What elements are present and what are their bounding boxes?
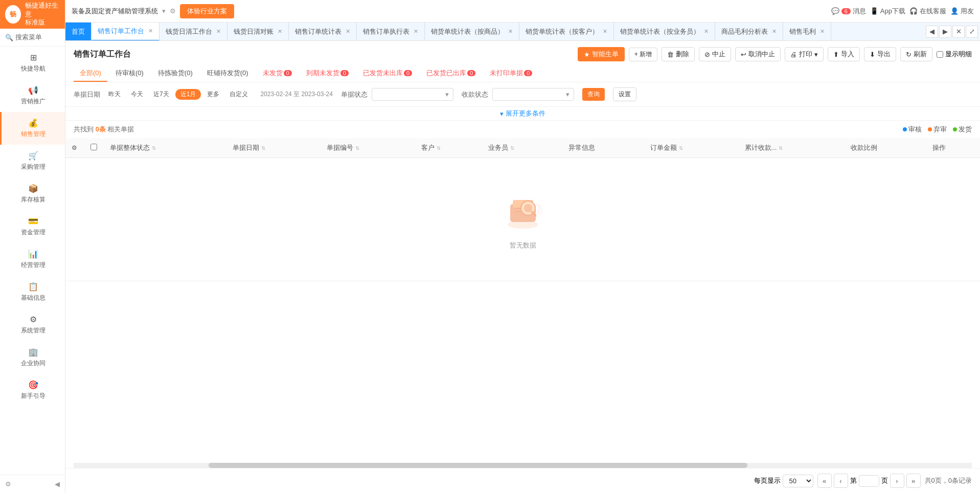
sidebar-item-inventory[interactable]: 📦 库存核算 [0, 177, 65, 210]
tab-prev-btn[interactable]: ◀ [926, 26, 938, 38]
settings-gear-icon[interactable]: ⚙ [170, 7, 176, 15]
tab-close-icon[interactable]: ✕ [346, 28, 350, 35]
receipt-select-arrow-icon: ▾ [566, 91, 569, 98]
sidebar-item-guide[interactable]: 🎯 新手引导 [0, 374, 65, 407]
page-prev-btn[interactable]: ‹ [834, 474, 848, 488]
expand-conditions-btn[interactable]: ▾ 展开更多条件 [500, 109, 545, 118]
page-number-input[interactable]: 1 [859, 475, 879, 487]
sub-tab-all[interactable]: 全部(0) [74, 65, 107, 82]
sidebar-item-purchase[interactable]: 🛒 采购管理 [0, 145, 65, 177]
tab-close-icon[interactable]: ✕ [603, 28, 607, 35]
sub-tab-pending-review[interactable]: 待审核(0) [109, 65, 150, 82]
sort-date[interactable]: 单据日期 ⇅ [233, 143, 315, 152]
message-button[interactable]: 💬 6 消息 [831, 7, 866, 16]
tab-sales-stats-product[interactable]: 销货单统计表（按商品） ✕ [425, 23, 519, 41]
date-custom-btn[interactable]: 自定义 [225, 89, 252, 100]
page-first-btn[interactable]: « [817, 474, 832, 488]
receipt-select[interactable]: ▾ [492, 88, 574, 101]
sort-staff[interactable]: 业务员 ⇅ [488, 143, 557, 152]
sidebar-item-marketing[interactable]: 📢 营销推广 [0, 79, 65, 112]
scrollbar-thumb[interactable] [209, 463, 747, 468]
tab-sales-exec[interactable]: 销售订单执行表 ✕ [357, 23, 425, 41]
sidebar-item-sales[interactable]: 💰 销售管理 [0, 112, 65, 145]
sort-customer[interactable]: 客户 ⇅ [421, 143, 475, 152]
sidebar-item-quick-nav[interactable]: ⊞ 快捷导航 [0, 47, 65, 79]
online-service-button[interactable]: 🎧 在线客服 [909, 7, 946, 16]
tab-sales-stats-staff[interactable]: 销货单统计表（按业务员） ✕ [614, 23, 715, 41]
export-button[interactable]: ⬇ 导出 [864, 47, 896, 61]
sub-tab-not-shipped[interactable]: 未发货0 [257, 65, 298, 82]
date-1month-btn[interactable]: 近1月 [175, 89, 201, 100]
sidebar-item-system[interactable]: ⚙ 系统管理 [0, 308, 65, 341]
sidebar-search[interactable]: 🔍 搜索菜单 [0, 29, 65, 47]
import-button[interactable]: ⬆ 导入 [828, 47, 860, 61]
solution-button[interactable]: 体验行业方案 [180, 4, 234, 18]
tab-product-margin[interactable]: 商品毛利分析表 ✕ [715, 23, 783, 41]
sub-tab-overdue-not-shipped[interactable]: 到期未发货0 [300, 65, 355, 82]
date-today-btn[interactable]: 今天 [127, 89, 147, 100]
tab-close-icon[interactable]: ✕ [148, 28, 153, 34]
th-status: 单据整体状态 ⇅ [104, 138, 226, 158]
sub-tab-not-printed[interactable]: 未打印单据0 [484, 65, 538, 82]
page-size-select[interactable]: 50 100 200 [783, 475, 813, 487]
date-yesterday-btn[interactable]: 昨天 [104, 89, 125, 100]
sub-tab-shipped-not-in[interactable]: 已发货未出库0 [357, 65, 418, 82]
app-download-button[interactable]: 📱 App下载 [870, 7, 905, 16]
tab-close-icon[interactable]: ✕ [704, 28, 709, 35]
tab-maximize-btn[interactable]: ⤢ [966, 26, 978, 38]
tab-close-all-btn[interactable]: ✕ [952, 26, 965, 38]
status-select[interactable]: ▾ [372, 88, 453, 101]
page-next-btn[interactable]: › [890, 474, 904, 488]
sub-tab-shipped-out[interactable]: 已发货已出库0 [420, 65, 482, 82]
collapse-icon[interactable]: ◀ [55, 480, 60, 488]
sort-number[interactable]: 单据编号 ⇅ [327, 143, 409, 152]
sort-amount[interactable]: 订单金额 ⇅ [650, 143, 733, 152]
select-all-checkbox[interactable] [90, 144, 97, 150]
review-action[interactable]: 审核 [903, 125, 922, 134]
tab-close-icon[interactable]: ✕ [508, 28, 513, 35]
tab-close-icon[interactable]: ✕ [278, 28, 282, 35]
refresh-button[interactable]: ↻ 刷新 [900, 47, 932, 61]
add-button[interactable]: + 新增 [629, 48, 657, 61]
sub-tab-wangpu-pending[interactable]: 旺铺待发货(0) [201, 65, 255, 82]
tab-close-icon[interactable]: ✕ [216, 28, 221, 35]
date-more-btn[interactable]: 更多 [203, 89, 223, 100]
date-7days-btn[interactable]: 近7天 [149, 89, 173, 100]
pause-button[interactable]: ⊘ 中止 [699, 47, 731, 61]
sub-tab-pending-inspect[interactable]: 待拣验货(0) [152, 65, 199, 82]
sidebar-item-operations[interactable]: 📊 经营管理 [0, 243, 65, 276]
sort-accumulated[interactable]: 累计收款... ⇅ [745, 143, 839, 152]
tab-sales-revenue[interactable]: 销售毛利 ✕ [783, 23, 831, 41]
page-last-btn[interactable]: » [906, 474, 921, 488]
tab-cash-reconcile[interactable]: 钱货日清对账 ✕ [227, 23, 289, 41]
cancel-review-action[interactable]: 弃审 [928, 125, 947, 134]
tab-home[interactable]: 首页 [65, 23, 92, 41]
smart-generate-button[interactable]: ★ 智能生单 [578, 47, 625, 61]
query-button[interactable]: 查询 [582, 88, 605, 101]
show-detail-input[interactable] [937, 51, 943, 58]
tab-close-icon[interactable]: ✕ [772, 28, 777, 35]
sidebar-item-enterprise[interactable]: 🏢 企业协同 [0, 341, 65, 374]
cancel-pause-button[interactable]: ↩ 取消中止 [735, 47, 781, 61]
show-detail-checkbox[interactable]: 显示明细 [937, 50, 972, 59]
tab-close-icon[interactable]: ✕ [820, 28, 825, 35]
tab-sales-stats-customer[interactable]: 销货单统计表（按客户） ✕ [519, 23, 614, 41]
tab-sales-stats[interactable]: 销售订单统计表 ✕ [289, 23, 357, 41]
tab-cash-daily[interactable]: 钱货日清工作台 ✕ [159, 23, 227, 41]
settings-icon[interactable]: ⚙ [5, 480, 11, 488]
print-button[interactable]: 🖨 打印 ▾ [785, 47, 824, 61]
tab-sales-workbench[interactable]: 销售订单工作台 ✕ [92, 23, 159, 41]
base-icon: 📋 [28, 282, 38, 292]
sidebar-item-base[interactable]: 📋 基础信息 [0, 276, 65, 308]
delete-button[interactable]: 🗑 删除 [662, 47, 695, 61]
sort-status[interactable]: 单据整体状态 ⇅ [110, 143, 220, 152]
tab-next-btn[interactable]: ▶ [939, 26, 951, 38]
sidebar-item-finance[interactable]: 💳 资金管理 [0, 210, 65, 243]
bottom-scrollbar[interactable] [74, 463, 972, 468]
tab-close-icon[interactable]: ✕ [414, 28, 418, 35]
user-button[interactable]: 👤 用友 [950, 7, 974, 16]
table-header-row: ⚙ 单据整体状态 ⇅ 单据日期 [65, 138, 980, 158]
settings-filter-btn[interactable]: 设置 [613, 87, 636, 101]
ship-action[interactable]: 发货 [953, 125, 972, 134]
cancel-review-dot [928, 127, 932, 131]
